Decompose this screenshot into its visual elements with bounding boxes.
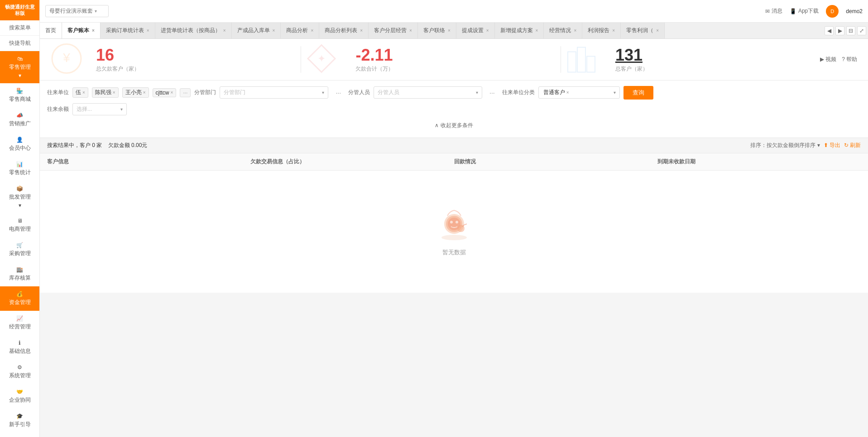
person-more-icon[interactable]: ··· <box>486 87 499 98</box>
tab-expand-button[interactable]: ⊟ <box>846 26 855 35</box>
tab-product-analysis[interactable]: 商品分析 × <box>281 23 319 38</box>
sidebar-item-marketing[interactable]: 📣 营销推广 <box>0 108 39 132</box>
tab-contact-close-icon[interactable]: × <box>448 28 451 33</box>
sidebar-item-enterprise[interactable]: 🤝 企业协同 <box>0 384 39 408</box>
tab-retail-profit[interactable]: 零售利润（ × <box>621 23 665 38</box>
sidebar-item-member[interactable]: 👤 会员中心 <box>0 132 39 157</box>
tag-normal-customer[interactable]: 普通客户 × <box>542 89 570 96</box>
tab-promotion-close-icon[interactable]: × <box>486 28 489 33</box>
tag-cjttcw[interactable]: cjttcw × <box>153 88 177 97</box>
tab-purchase-order-stats[interactable]: 采购订单统计表 × <box>101 23 155 38</box>
tab-cost-close-icon[interactable]: × <box>273 28 275 33</box>
result-prefix: 搜索结果中，客户 <box>47 142 91 148</box>
sort-arrow-icon: ▾ <box>817 142 820 148</box>
sidebar-item-finance[interactable]: 💰 资金管理 <box>0 286 39 311</box>
svg-point-11 <box>456 221 458 223</box>
sidebar-item-inventory[interactable]: 🏬 库存核算 <box>0 262 39 286</box>
tag-more-button[interactable]: ··· <box>180 88 191 97</box>
tab-retail-profit-close-icon[interactable]: × <box>656 28 659 33</box>
purchase-icon: 🛒 <box>16 242 23 248</box>
user-avatar[interactable]: D <box>826 5 839 18</box>
tab-segment-label: 客户分层经营 <box>374 27 407 34</box>
account-dropdown[interactable]: 母婴行业演示账套 ▾ <box>45 5 109 17</box>
sidebar-label-retail-stats: 零售统计 <box>9 169 31 176</box>
tab-product-analysis-list[interactable]: 商品分析列表 × <box>319 23 369 38</box>
tab-prev-button[interactable]: ◀ <box>825 26 834 35</box>
refresh-button[interactable]: ↻ 刷新 <box>844 142 861 149</box>
tab-purchase-close-icon[interactable]: × <box>147 28 149 33</box>
result-bar: 搜索结果中，客户 0 家 欠款金额 0.00元 排序：按欠款金额倒序排序 ▾ ⬆… <box>40 138 868 153</box>
dept-select[interactable]: 分管部门 ▾ <box>220 86 328 99</box>
app-download-button[interactable]: 📱 App下载 <box>790 7 819 15</box>
sidebar-item-basic[interactable]: ℹ 基础信息 <box>0 335 39 360</box>
balance-select[interactable]: 选择... ▾ <box>72 103 127 115</box>
video-button[interactable]: ▶ 视频 <box>820 56 836 63</box>
table-col-customer: 客户信息 <box>47 158 250 166</box>
sidebar-item-retail[interactable]: 🛍 零售管理 ▾ <box>0 51 39 83</box>
export-button[interactable]: ⬆ 导出 <box>824 142 840 149</box>
quick-nav[interactable]: 快捷导航 <box>0 36 39 51</box>
tab-product-analysis-close-icon[interactable]: × <box>311 28 313 33</box>
tag-wang[interactable]: 王小亮 × <box>122 87 149 98</box>
tag-chen-close-icon[interactable]: × <box>113 90 115 95</box>
sidebar-label-operation: 经营管理 <box>9 323 31 331</box>
sidebar-label-enterprise: 企业协同 <box>9 396 31 404</box>
sidebar-item-system[interactable]: ⚙ 系统管理 <box>0 360 39 384</box>
message-button[interactable]: ✉ 消息 <box>765 7 782 15</box>
tab-segment-close-icon[interactable]: × <box>409 28 412 33</box>
tab-fullscreen-button[interactable]: ⤢ <box>857 26 866 35</box>
sort-button[interactable]: 排序：按欠款金额倒序排序 ▾ <box>750 142 820 149</box>
sidebar-item-purchase[interactable]: 🛒 采购管理 <box>0 238 39 262</box>
sidebar-item-retail-mall[interactable]: 🏪 零售商城 <box>0 83 39 108</box>
username-label[interactable]: demo2 <box>846 8 863 14</box>
tab-customer-accounts[interactable]: 客户账本 × <box>62 23 101 38</box>
collapse-button[interactable]: ∧ 收起更多条件 <box>435 119 473 132</box>
help-button[interactable]: ? 帮助 <box>842 56 857 63</box>
person-placeholder: 分管人员 <box>378 89 399 96</box>
message-icon: ✉ <box>765 8 770 14</box>
sidebar-item-operation[interactable]: 📈 经营管理 <box>0 311 39 335</box>
normal-customer-close-icon[interactable]: × <box>566 90 569 95</box>
tab-cost-inbound[interactable]: 产成品入库单 × <box>232 23 281 38</box>
tab-promotion-settings[interactable]: 提成设置 × <box>456 23 495 38</box>
sidebar-item-app-center[interactable]: 📱 应用中心 <box>0 433 39 437</box>
tab-inbound-stats[interactable]: 进货单统计表（按商品） × <box>155 23 232 38</box>
tag-wang-close-icon[interactable]: × <box>143 90 146 95</box>
stat2-bg-icon: ✦ <box>306 43 337 76</box>
dept-more-icon[interactable]: ··· <box>332 87 345 98</box>
sidebar-item-wholesale[interactable]: 📦 批发管理 ▾ <box>0 181 39 213</box>
person-arrow-icon: ▾ <box>476 90 478 95</box>
tab-customer-accounts-close-icon[interactable]: × <box>92 28 95 33</box>
tab-next-button[interactable]: ▶ <box>835 26 844 35</box>
person-select[interactable]: 分管人员 ▾ <box>374 86 482 99</box>
tab-inbound-close-icon[interactable]: × <box>223 28 226 33</box>
tab-op-status-close-icon[interactable]: × <box>574 28 576 33</box>
operation-icon: 📈 <box>16 315 23 322</box>
unit-category-select[interactable]: 普通客户 × ▾ <box>538 86 620 99</box>
tab-new-promo-close-icon[interactable]: × <box>536 28 538 33</box>
tag-wu-close-icon[interactable]: × <box>82 90 85 95</box>
tag-chen[interactable]: 陈民强 × <box>92 87 119 98</box>
tab-home[interactable]: 首页 <box>40 23 62 38</box>
tab-promotion-label: 提成设置 <box>462 27 484 34</box>
tag-wu[interactable]: 伍 × <box>72 87 88 98</box>
sidebar-item-ecom[interactable]: 🖥 电商管理 <box>0 213 39 238</box>
tab-customer-segment[interactable]: 客户分层经营 × <box>369 23 418 38</box>
tab-customer-contact[interactable]: 客户联络 × <box>418 23 456 38</box>
app-logo: 畅捷通好生意 标版 <box>0 0 39 20</box>
sidebar-label-inventory: 库存核算 <box>9 274 31 282</box>
tab-new-promotion[interactable]: 新增提成方案 × <box>495 23 544 38</box>
overdue-prefix: 欠款金额 <box>108 142 130 148</box>
tab-profit-close-icon[interactable]: × <box>612 28 615 33</box>
topbar: 母婴行业演示账套 ▾ ✉ 消息 📱 App下载 D demo2 <box>40 0 868 23</box>
video-help-area: ▶ 视频 ? 帮助 <box>820 56 857 63</box>
tab-profit-report[interactable]: 利润报告 × <box>582 23 621 38</box>
enterprise-icon: 🤝 <box>16 389 23 395</box>
tab-product-list-close-icon[interactable]: × <box>360 28 363 33</box>
sidebar-item-newbie[interactable]: 🎓 新手引导 <box>0 408 39 433</box>
search-menu[interactable]: 搜索菜单 <box>0 20 39 36</box>
tag-cjttcw-close-icon[interactable]: × <box>171 90 173 95</box>
sidebar-item-retail-stats[interactable]: 📊 零售统计 <box>0 157 39 181</box>
query-button[interactable]: 查询 <box>623 86 653 100</box>
tab-operation-status[interactable]: 经营情况 × <box>544 23 582 38</box>
